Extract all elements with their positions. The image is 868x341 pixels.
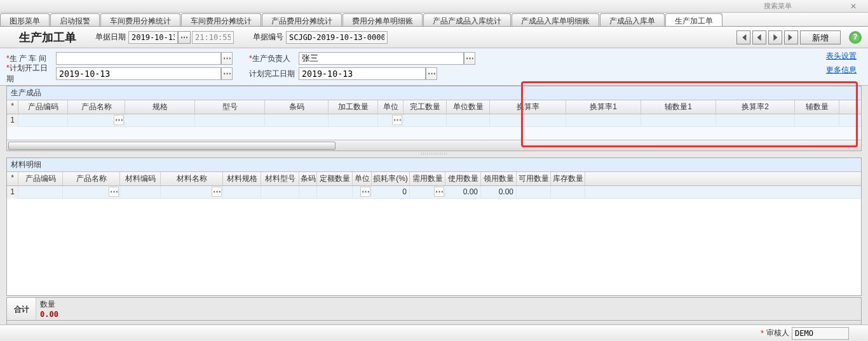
material-cell[interactable] [317, 186, 353, 199]
material-cell[interactable] [261, 186, 299, 199]
product-cell[interactable]: ⋯ [68, 114, 125, 127]
first-record-button[interactable] [736, 30, 750, 44]
product-cell[interactable] [716, 114, 795, 127]
material-col-header[interactable]: 单位 [353, 172, 372, 185]
material-cell[interactable] [517, 186, 551, 199]
next-record-button[interactable] [768, 30, 782, 44]
product-grid-row[interactable]: 1⋯⋯ [7, 114, 861, 127]
product-cell[interactable] [795, 114, 839, 127]
close-icon[interactable]: ✕ [850, 2, 859, 11]
plan-start-input[interactable] [56, 67, 221, 80]
owner-input[interactable] [299, 52, 464, 65]
splitter[interactable] [0, 152, 868, 156]
tab-4[interactable]: 产品费用分摊统计 [262, 13, 342, 26]
product-cell[interactable] [403, 114, 447, 127]
tab-7[interactable]: 产成品入库单明细账 [512, 13, 599, 26]
more-info-link[interactable]: 更多信息 [826, 65, 857, 76]
material-col-header[interactable]: 条码 [299, 172, 317, 185]
material-cell[interactable]: 0.00 [445, 186, 481, 199]
date-picker-button[interactable]: ⋯ [178, 31, 191, 44]
plan-start-picker-button[interactable]: ⋯ [221, 67, 233, 80]
product-cell[interactable] [566, 114, 641, 127]
product-cell[interactable] [265, 114, 329, 127]
bill-time-input[interactable] [192, 31, 234, 44]
material-col-header[interactable]: 损耗率(%) [372, 172, 410, 185]
product-col-header[interactable]: 换算率 [490, 100, 566, 114]
material-cell[interactable] [223, 186, 261, 199]
material-col-header[interactable]: 材料编码 [120, 172, 161, 185]
cell-picker-button[interactable]: ⋯ [212, 187, 222, 197]
material-cell[interactable] [551, 186, 585, 199]
material-col-header[interactable]: 产品名称 [63, 172, 120, 185]
tab-3[interactable]: 车间费用分摊统计 [181, 13, 261, 26]
material-grid-row[interactable]: 1⋯⋯⋯0⋯0.000.00 [7, 186, 861, 199]
product-col-header[interactable]: 完工数量 [403, 100, 447, 114]
tab-8[interactable]: 产成品入库单 [600, 13, 665, 26]
cell-picker-button[interactable]: ⋯ [434, 187, 444, 197]
material-col-header[interactable]: 库存数量 [551, 172, 585, 185]
product-cell[interactable] [18, 114, 68, 127]
last-record-button[interactable] [784, 30, 798, 44]
product-col-header[interactable]: 换算率2 [716, 100, 795, 114]
product-col-header[interactable]: 产品名称 [68, 100, 125, 114]
tab-9[interactable]: 生产加工单 [665, 13, 722, 26]
product-cell[interactable] [195, 114, 265, 127]
product-cell[interactable]: ⋯ [378, 114, 403, 127]
bill-no-input[interactable] [286, 31, 388, 44]
header-settings-link[interactable]: 表头设置 [826, 51, 857, 62]
bill-date-input[interactable] [128, 31, 178, 44]
workshop-input[interactable] [56, 52, 221, 65]
cell-picker-button[interactable]: ⋯ [109, 187, 119, 197]
workshop-picker-button[interactable]: ⋯ [221, 52, 233, 65]
material-cell[interactable]: 1 [7, 186, 18, 199]
material-col-header[interactable]: 定额数量 [317, 172, 353, 185]
material-col-header[interactable]: 使用数量 [445, 172, 481, 185]
material-col-header[interactable]: * [7, 172, 18, 185]
product-grid-hscroll[interactable] [7, 140, 861, 150]
product-col-header[interactable]: 加工数量 [329, 100, 378, 114]
scrollbar-thumb[interactable] [8, 142, 336, 150]
tab-6[interactable]: 产品产成品入库统计 [423, 13, 511, 26]
material-col-header[interactable]: 产品编码 [18, 172, 63, 185]
product-col-header[interactable]: 换算率1 [566, 100, 641, 114]
material-cell[interactable]: 0 [372, 186, 410, 199]
product-cell[interactable]: 1 [7, 114, 18, 127]
product-col-header[interactable]: 产品编码 [18, 100, 68, 114]
product-cell[interactable] [329, 114, 378, 127]
material-cell[interactable]: ⋯ [161, 186, 223, 199]
owner-picker-button[interactable]: ⋯ [464, 52, 475, 65]
product-cell[interactable] [125, 114, 195, 127]
material-col-header[interactable]: 领用数量 [481, 172, 517, 185]
tab-5[interactable]: 费用分摊单明细账 [342, 13, 423, 26]
material-cell[interactable]: ⋯ [353, 186, 372, 199]
material-cell[interactable]: 0.00 [481, 186, 517, 199]
cell-picker-button[interactable]: ⋯ [360, 187, 370, 197]
product-cell[interactable] [490, 114, 566, 127]
material-col-header[interactable]: 可用数量 [517, 172, 551, 185]
product-col-header[interactable]: 单位 [378, 100, 403, 114]
product-col-header[interactable]: 辅数量 [795, 100, 839, 114]
plan-end-picker-button[interactable]: ⋯ [426, 67, 437, 80]
add-button[interactable]: 新增 [800, 30, 841, 44]
material-cell[interactable] [299, 186, 317, 199]
product-col-header[interactable]: * [7, 100, 18, 114]
material-cell[interactable] [120, 186, 161, 199]
cell-picker-button[interactable]: ⋯ [392, 115, 402, 125]
tab-1[interactable]: 启动报警 [50, 13, 100, 26]
material-col-header[interactable]: 材料名称 [161, 172, 223, 185]
product-col-header[interactable]: 条码 [265, 100, 329, 114]
auditor-input[interactable] [792, 327, 849, 340]
product-cell[interactable] [641, 114, 716, 127]
tab-0[interactable]: 图形菜单 [0, 13, 50, 26]
product-col-header[interactable]: 型号 [195, 100, 265, 114]
material-cell[interactable]: ⋯ [63, 186, 120, 199]
material-cell[interactable]: ⋯ [410, 186, 445, 199]
product-col-header[interactable]: 辅数量1 [641, 100, 716, 114]
help-icon[interactable]: ? [849, 31, 862, 44]
material-col-header[interactable]: 材料规格 [223, 172, 261, 185]
product-col-header[interactable]: 单位数量 [447, 100, 490, 114]
tab-2[interactable]: 车间费用分摊统计 [100, 13, 180, 26]
plan-end-input[interactable] [299, 67, 426, 80]
product-cell[interactable] [447, 114, 490, 127]
prev-record-button[interactable] [752, 30, 766, 44]
